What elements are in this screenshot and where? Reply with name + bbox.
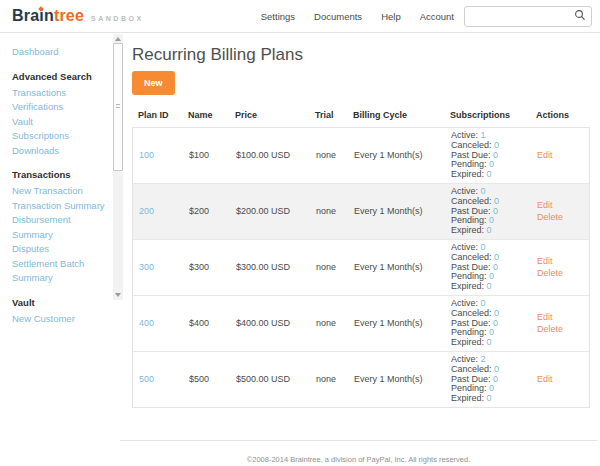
plan-billing-cycle: Every 1 Month(s) [354,374,451,384]
column-header-subscriptions: Subscriptions [450,110,536,120]
column-header-price: Price [235,110,315,120]
sidebar-section: Dashboard [12,45,112,60]
plan-id-link[interactable]: 400 [139,318,154,328]
nav-documents[interactable]: Documents [314,11,362,22]
plan-price: $400.00 USD [236,318,316,328]
sidebar-item-disbursement-summary[interactable]: Disbursement Summary [12,213,112,242]
plan-id-link[interactable]: 200 [139,206,154,216]
table-row: 400 $400 $400.00 USD none Every 1 Month(… [133,295,589,351]
plan-price: $300.00 USD [236,262,316,272]
sidebar-section-advanced-search: Advanced SearchTransactionsVerifications… [12,69,112,159]
plan-subscriptions: Active: 0Canceled: 0Past Due: 0Pending: … [451,187,537,236]
plan-id-link[interactable]: 100 [139,150,154,160]
search-box [464,5,592,27]
sidebar-section-transactions: TransactionsNew TransactionTransaction S… [12,167,112,286]
plan-id-link[interactable]: 300 [139,262,154,272]
column-header-billing-cycle: Billing Cycle [353,110,450,120]
plan-trial: none [316,374,354,384]
sidebar-section-vault: VaultNew Customer [12,295,112,327]
plans-table-body: 100 $100 $100.00 USD none Every 1 Month(… [132,127,590,408]
main-content: Recurring Billing Plans New Plan IDNameP… [132,33,590,408]
logo-text-tree: tree [54,7,84,25]
plan-actions: EditDelete [537,199,589,223]
table-row: 300 $300 $300.00 USD none Every 1 Month(… [133,239,589,295]
sidebar-item-settlement-batch-summary[interactable]: Settlement Batch Summary [12,257,112,286]
plans-table: Plan IDNamePriceTrialBilling CycleSubscr… [132,104,590,408]
edit-plan-link[interactable]: Edit [537,255,589,267]
plan-price: $100.00 USD [236,150,316,160]
plan-trial: none [316,262,354,272]
plan-name: $300 [189,262,236,272]
delete-plan-link[interactable]: Delete [537,323,589,335]
table-row: 500 $500 $500.00 USD none Every 1 Month(… [133,351,589,407]
plan-name: $100 [189,150,236,160]
copyright-text: ©2008-2014 Braintree, a division of PayP… [247,455,471,464]
plan-name: $500 [189,374,236,384]
column-header-name: Name [188,110,235,120]
sidebar-scrollbar[interactable] [113,34,123,300]
sidebar-item-new-transaction[interactable]: New Transaction [12,184,112,199]
scrollbar-up-arrow-icon[interactable] [115,37,121,41]
plan-billing-cycle: Every 1 Month(s) [354,262,451,272]
sidebar-item-transaction-summary[interactable]: Transaction Summary [12,199,112,214]
braintree-logo[interactable]: Brain tree SANDBOX [12,7,144,25]
sidebar: DashboardAdvanced SearchTransactionsVeri… [0,33,112,335]
scrollbar-thumb[interactable] [113,43,123,171]
sidebar-item-disputes[interactable]: Disputes [12,242,112,257]
plan-price: $500.00 USD [236,374,316,384]
nav-account[interactable]: Account [420,11,454,22]
plan-name: $400 [189,318,236,328]
table-row: 100 $100 $100.00 USD none Every 1 Month(… [133,128,589,183]
plan-billing-cycle: Every 1 Month(s) [354,206,451,216]
search-icon[interactable] [574,9,586,21]
sidebar-item-dashboard[interactable]: Dashboard [12,45,112,60]
sidebar-item-transactions[interactable]: Transactions [12,86,112,101]
sidebar-item-vault[interactable]: Vault [12,115,112,130]
page-title: Recurring Billing Plans [132,45,590,65]
plan-actions: Edit [537,373,589,385]
search-input[interactable] [464,6,592,27]
nav-settings[interactable]: Settings [261,11,295,22]
edit-plan-link[interactable]: Edit [537,311,589,323]
column-header-trial: Trial [315,110,353,120]
sidebar-item-subscriptions[interactable]: Subscriptions [12,129,112,144]
plan-trial: none [316,206,354,216]
sidebar-item-verifications[interactable]: Verifications [12,100,112,115]
plan-billing-cycle: Every 1 Month(s) [354,150,451,160]
subscription-count-expired: Expired: 0 [451,170,537,180]
plan-actions: EditDelete [537,311,589,335]
subscription-count-expired: Expired: 0 [451,226,537,236]
subscription-count-expired: Expired: 0 [451,394,537,404]
subscription-count-expired: Expired: 0 [451,282,537,292]
scrollbar-thumb-grip [116,104,120,108]
new-plan-button[interactable]: New [132,71,175,95]
sidebar-item-new-customer[interactable]: New Customer [12,312,112,327]
nav-help[interactable]: Help [381,11,401,22]
column-header-plan-id: Plan ID [138,110,188,120]
sidebar-header-transactions: Transactions [12,167,112,182]
plan-trial: none [316,150,354,160]
sidebar-header-advanced-search: Advanced Search [12,69,112,84]
edit-plan-link[interactable]: Edit [537,149,589,161]
plan-subscriptions: Active: 0Canceled: 0Past Due: 0Pending: … [451,243,537,292]
table-row: 200 $200 $200.00 USD none Every 1 Month(… [133,183,589,239]
logo-text-brain: Brain [12,7,54,25]
edit-plan-link[interactable]: Edit [537,199,589,211]
edit-plan-link[interactable]: Edit [537,373,589,385]
delete-plan-link[interactable]: Delete [537,267,589,279]
plan-name: $200 [189,206,236,216]
plan-subscriptions: Active: 0Canceled: 0Past Due: 0Pending: … [451,299,537,348]
subscription-count-expired: Expired: 0 [451,338,537,348]
plan-id-link[interactable]: 500 [139,374,154,384]
sidebar-item-downloads[interactable]: Downloads [12,144,112,159]
plan-trial: none [316,318,354,328]
column-header-actions: Actions [536,110,590,120]
plan-price: $200.00 USD [236,206,316,216]
braintree-sandbox-page: Brain tree SANDBOX SettingsDocumentsHelp… [0,0,600,466]
plan-subscriptions: Active: 1Canceled: 0Past Due: 0Pending: … [451,131,537,180]
page-footer: ©2008-2014 Braintree, a division of PayP… [120,440,597,466]
scrollbar-down-arrow-icon[interactable] [115,293,121,297]
top-header: Brain tree SANDBOX SettingsDocumentsHelp… [0,0,600,33]
plan-subscriptions: Active: 2Canceled: 0Past Due: 0Pending: … [451,355,537,404]
delete-plan-link[interactable]: Delete [537,211,589,223]
